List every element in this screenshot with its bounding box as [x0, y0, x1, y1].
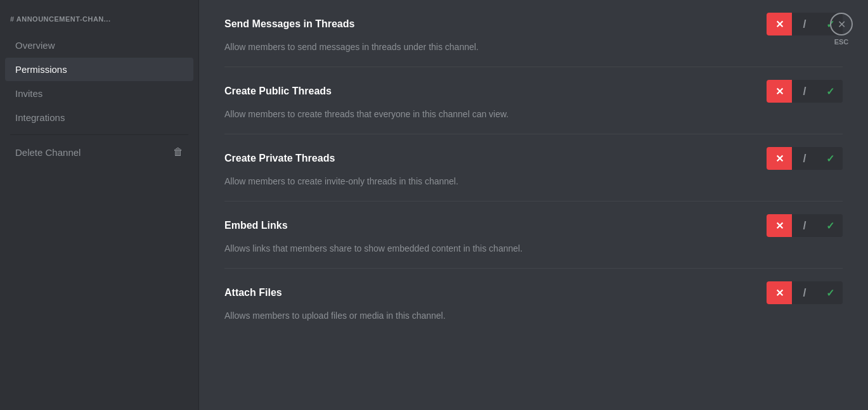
permission-header-embed-links: Embed Links✕/✓: [224, 214, 843, 237]
permission-desc-embed-links: Allows links that members share to show …: [224, 242, 529, 255]
main-content: ✕ ESC Send Messages in Threads✕/✓Allow m…: [199, 0, 868, 410]
sidebar-item-invites[interactable]: Invites: [5, 82, 193, 105]
esc-label: ESC: [834, 38, 849, 46]
permission-title-create-public-threads: Create Public Threads: [224, 86, 332, 97]
sidebar-item-delete-channel[interactable]: Delete Channel 🗑: [5, 140, 193, 164]
neutral-button-embed-links[interactable]: /: [792, 214, 817, 237]
sidebar-item-integrations[interactable]: Integrations: [5, 106, 193, 129]
delete-channel-label: Delete Channel: [15, 147, 81, 158]
permission-header-create-public-threads: Create Public Threads✕/✓: [224, 80, 843, 103]
esc-button[interactable]: ✕ ESC: [830, 13, 853, 46]
deny-button-create-public-threads[interactable]: ✕: [767, 80, 792, 103]
permission-desc-create-private-threads: Allow members to create invite-only thre…: [224, 175, 529, 188]
deny-button-embed-links[interactable]: ✕: [767, 214, 792, 237]
permission-row-embed-links: Embed Links✕/✓Allows links that members …: [224, 202, 843, 269]
permissions-list: Send Messages in Threads✕/✓Allow members…: [224, 0, 843, 335]
permission-controls-create-private-threads: ✕/✓: [767, 147, 843, 170]
deny-button-create-private-threads[interactable]: ✕: [767, 147, 792, 170]
permission-title-embed-links: Embed Links: [224, 220, 288, 231]
sidebar-item-label-permissions: Permissions: [15, 64, 67, 75]
permission-row-send-messages-threads: Send Messages in Threads✕/✓Allow members…: [224, 0, 843, 67]
deny-button-attach-files[interactable]: ✕: [767, 281, 792, 304]
allow-button-embed-links[interactable]: ✓: [817, 214, 843, 237]
neutral-button-create-private-threads[interactable]: /: [792, 147, 817, 170]
permission-controls-create-public-threads: ✕/✓: [767, 80, 843, 103]
neutral-button-create-public-threads[interactable]: /: [792, 80, 817, 103]
permission-row-create-private-threads: Create Private Threads✕/✓Allow members t…: [224, 134, 843, 202]
permission-controls-embed-links: ✕/✓: [767, 214, 843, 237]
permission-desc-create-public-threads: Allow members to create threads that eve…: [224, 108, 529, 121]
permission-title-send-messages-threads: Send Messages in Threads: [224, 18, 354, 30]
deny-button-send-messages-threads[interactable]: ✕: [767, 13, 792, 35]
permission-desc-attach-files: Allows members to upload files or media …: [224, 309, 529, 323]
sidebar-item-label-integrations: Integrations: [15, 112, 65, 123]
sidebar-item-label-overview: Overview: [15, 40, 55, 51]
permission-header-create-private-threads: Create Private Threads✕/✓: [224, 147, 843, 170]
allow-button-create-public-threads[interactable]: ✓: [817, 80, 843, 103]
sidebar-divider: [10, 134, 188, 135]
permission-row-attach-files: Attach Files✕/✓Allows members to upload …: [224, 269, 843, 335]
allow-button-attach-files[interactable]: ✓: [817, 281, 843, 304]
esc-circle-icon: ✕: [830, 13, 853, 35]
sidebar: # ANNOUNCEMENT-CHAN... OverviewPermissio…: [0, 0, 199, 410]
sidebar-item-label-invites: Invites: [15, 88, 42, 99]
permission-header-attach-files: Attach Files✕/✓: [224, 281, 843, 304]
channel-name: # ANNOUNCEMENT-CHAN...: [0, 10, 198, 33]
permission-title-attach-files: Attach Files: [224, 287, 282, 298]
permission-desc-send-messages-threads: Allow members to send messages in thread…: [224, 41, 529, 54]
permission-controls-attach-files: ✕/✓: [767, 281, 843, 304]
allow-button-create-private-threads[interactable]: ✓: [817, 147, 843, 170]
permission-header-send-messages-threads: Send Messages in Threads✕/✓: [224, 13, 843, 35]
neutral-button-attach-files[interactable]: /: [792, 281, 817, 304]
sidebar-item-permissions[interactable]: Permissions: [5, 58, 193, 81]
trash-icon: 🗑: [173, 146, 183, 158]
permission-row-create-public-threads: Create Public Threads✕/✓Allow members to…: [224, 67, 843, 134]
permission-title-create-private-threads: Create Private Threads: [224, 153, 335, 164]
sidebar-item-overview[interactable]: Overview: [5, 34, 193, 57]
neutral-button-send-messages-threads[interactable]: /: [792, 13, 817, 35]
